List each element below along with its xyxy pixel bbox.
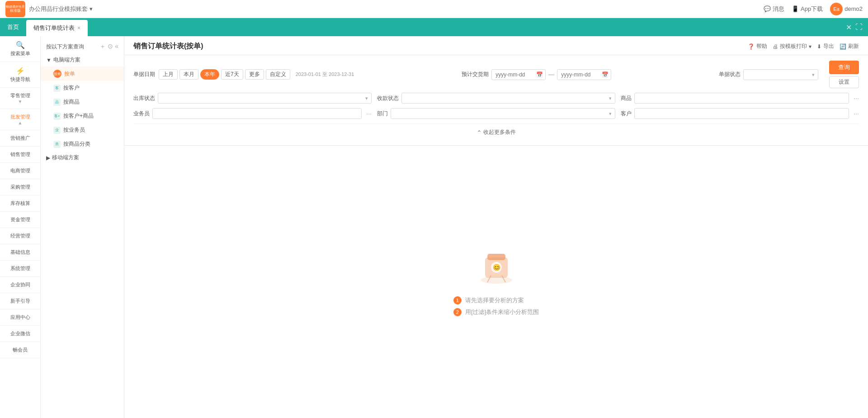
app-title: 办公用品行业模拟账套 xyxy=(29,5,88,13)
tab-close-btn[interactable]: × xyxy=(77,25,80,31)
user-name: demo2 xyxy=(844,5,863,12)
scheme-order-icon: 按单 xyxy=(53,70,61,78)
payment-status-select[interactable] xyxy=(401,93,615,104)
help-icon: ❓ xyxy=(748,43,755,50)
salesperson-label: 业务员 xyxy=(133,110,150,118)
filter-row-3: 业务员 ··· 部门 客户 xyxy=(133,108,859,119)
delivery-status-select[interactable] xyxy=(158,93,372,104)
status-select[interactable] xyxy=(743,69,818,80)
sidebar-item-basic[interactable]: 基础信息 xyxy=(0,244,40,261)
sidebar-item-purchase[interactable]: 采购管理 xyxy=(0,179,40,195)
message-btn[interactable]: 💬 消息 xyxy=(764,5,784,13)
scheme-by-customer-goods[interactable]: 客+ 按客户+商品 xyxy=(41,109,124,123)
sidebar-item-sales[interactable]: 销售管理 xyxy=(0,147,40,163)
tab-expand-btn[interactable]: ⛶ xyxy=(855,23,863,32)
sidebar-item-inventory[interactable]: 库存核算 xyxy=(0,195,40,212)
help-label: 帮助 xyxy=(756,43,767,50)
search-icon: 🔍 xyxy=(2,41,38,49)
date-btn-7days[interactable]: 近7天 xyxy=(221,69,243,80)
pc-schemes-header[interactable]: ▼ 电脑端方案 xyxy=(41,53,124,66)
department-col: 部门 xyxy=(377,108,615,119)
date-separator: — xyxy=(548,71,554,78)
sidebar-item-ecommerce[interactable]: 电商管理 xyxy=(0,163,40,179)
customer-more-btn[interactable]: ··· xyxy=(854,110,859,117)
user-profile[interactable]: Ea demo2 xyxy=(830,3,863,15)
date-btn-thismonth[interactable]: 本月 xyxy=(179,69,198,80)
filter-wrapper: 单据日期 上月 本月 本年 近7天 更多 自定义 2023-01-01 至 20… xyxy=(124,55,868,146)
query-action-col: 查询 设置 xyxy=(829,61,859,88)
collapse-panel-btn[interactable]: « xyxy=(115,43,118,51)
sidebar-item-retail[interactable]: 零售管理 ▼ xyxy=(0,88,40,109)
sidebar-item-wechat[interactable]: 企业微信 xyxy=(0,326,40,342)
scheme-cat-icon: 类 xyxy=(53,141,61,148)
sidebar-item-quicknav[interactable]: ⚡ 快捷导航 xyxy=(0,62,40,88)
template-print-label: 按模板打印 xyxy=(780,43,807,50)
empty-state: 😊 1 请先选择要分析的方案 2 用[过滤]条件来缩小分析范围 xyxy=(124,146,868,418)
sidebar-marketing-label: 营销推广 xyxy=(2,135,38,142)
filter-row-2: 出库状态 收款状态 xyxy=(133,93,859,104)
scheme-by-customer[interactable]: 客 按客户 xyxy=(41,81,124,95)
scheme-by-salesperson[interactable]: 业 按业务员 xyxy=(41,123,124,137)
sidebar-item-search[interactable]: 🔍 搜索菜单 xyxy=(0,36,40,62)
date-btn-more[interactable]: 更多 xyxy=(245,69,264,80)
dropdown-icon: ▾ xyxy=(90,5,93,12)
scheme-cat-label: 按商品分类 xyxy=(63,140,90,148)
collapse-btn[interactable]: ⌃ 收起更多条件 xyxy=(470,126,523,139)
sidebar-retail-label: 零售管理 xyxy=(2,92,38,99)
scheme-customer-label: 按客户 xyxy=(63,84,80,92)
template-print-btn[interactable]: 🖨 按模板打印 ▾ xyxy=(773,43,811,50)
date-btn-lastmonth[interactable]: 上月 xyxy=(159,69,178,80)
status-label: 单据状态 xyxy=(719,71,741,78)
salesperson-input[interactable] xyxy=(152,108,362,119)
tab-close-window-btn[interactable]: ✕ xyxy=(846,23,852,32)
sidebar-item-finance[interactable]: 资金管理 xyxy=(0,212,40,228)
mobile-group-label: 移动端方案 xyxy=(52,154,79,162)
message-icon: 💬 xyxy=(764,5,771,12)
date-btn-custom[interactable]: 自定义 xyxy=(266,69,290,80)
sidebar-item-marketing[interactable]: 营销推广 xyxy=(0,130,40,147)
export-btn[interactable]: ⬇ 导出 xyxy=(817,43,834,50)
sidebar-member-label: 畅会员 xyxy=(2,347,38,353)
salesperson-more-btn[interactable]: ··· xyxy=(366,110,372,117)
sidebar-item-appstore[interactable]: 应用中心 xyxy=(0,309,40,326)
mobile-schemes-header[interactable]: ▶ 移动端方案 xyxy=(41,151,124,164)
add-scheme-btn[interactable]: ＋ xyxy=(99,43,106,51)
sidebar-item-member[interactable]: 畅会员 xyxy=(0,342,40,358)
query-btn[interactable]: 查询 xyxy=(829,61,859,74)
salesperson-col: 业务员 ··· xyxy=(133,108,372,119)
message-label: 消息 xyxy=(773,5,784,13)
sidebar-item-operations[interactable]: 经营管理 xyxy=(0,228,40,244)
delivery-select-wrapper xyxy=(158,93,372,104)
department-select[interactable] xyxy=(391,108,615,119)
tab-home[interactable]: 首页 xyxy=(0,18,26,36)
date-btn-thisyear[interactable]: 本年 xyxy=(200,69,219,80)
hint-2: 2 用[过滤]条件来缩小分析范围 xyxy=(453,308,539,316)
sidebar-ecommerce-label: 电商管理 xyxy=(2,167,38,174)
settings-btn[interactable]: 设置 xyxy=(829,76,859,88)
sidebar-operations-label: 经营管理 xyxy=(2,233,38,239)
help-btn[interactable]: ❓ 帮助 xyxy=(748,43,767,50)
customer-input[interactable] xyxy=(634,108,849,119)
sidebar-item-wholesale[interactable]: 批发管理 ▲ xyxy=(0,109,40,130)
scheme-by-order[interactable]: 按单 按单 xyxy=(41,66,124,81)
left-panel-actions: ＋ ⊙ « xyxy=(99,43,118,51)
sidebar-item-newuser[interactable]: 新手引导 xyxy=(0,293,40,309)
goods-more-btn[interactable]: ··· xyxy=(854,95,859,102)
tab-sales-order[interactable]: 销售订单统计表 × xyxy=(26,20,88,36)
sidebar-item-system[interactable]: 系统管理 xyxy=(0,261,40,277)
goods-input[interactable] xyxy=(634,93,849,104)
refresh-btn[interactable]: 🔄 刷新 xyxy=(840,43,859,50)
app-title-dropdown[interactable]: 办公用品行业模拟账套 ▾ xyxy=(29,5,93,13)
customer-label: 客户 xyxy=(621,110,632,118)
scheme-by-category[interactable]: 类 按商品分类 xyxy=(41,137,124,151)
scheme-sp-label: 按业务员 xyxy=(63,126,85,134)
sidebar-item-collab[interactable]: 企业协同 xyxy=(0,277,40,293)
expected-date-start-wrapper: 📅 xyxy=(491,69,546,80)
edit-scheme-btn[interactable]: ⊙ xyxy=(108,43,113,51)
filter-collapse-row: ⌃ 收起更多条件 xyxy=(133,124,859,140)
app-download-btn[interactable]: 📱 App下载 xyxy=(792,5,823,13)
scheme-by-goods[interactable]: 品 按商品 xyxy=(41,95,124,109)
expected-date-end-wrapper: 📅 xyxy=(557,69,611,80)
folder-icon: ▼ xyxy=(46,57,52,63)
delivery-status-col: 出库状态 xyxy=(133,93,372,104)
